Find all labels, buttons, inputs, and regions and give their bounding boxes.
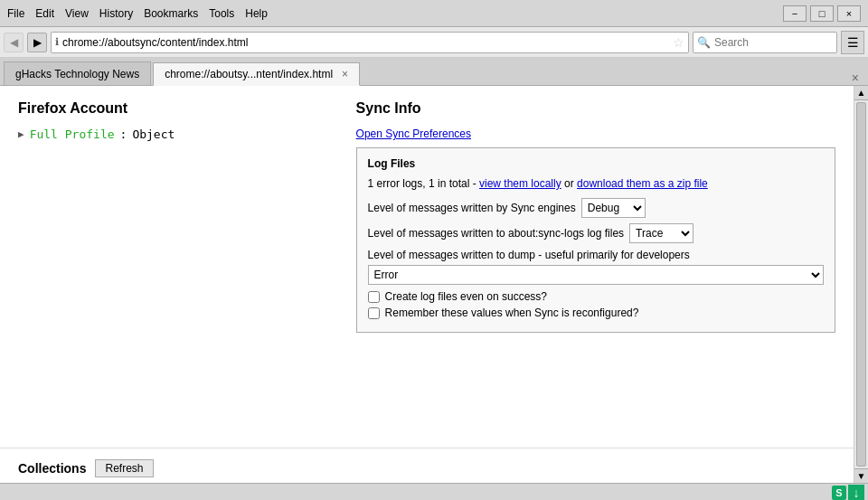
create-log-checkbox[interactable] <box>368 291 380 303</box>
back-button[interactable]: ◀ <box>4 33 24 52</box>
engine-log-select[interactable]: Error Warning Info Debug Trace <box>581 198 646 218</box>
url-secure-icon: ℹ <box>55 36 59 48</box>
url-input[interactable] <box>62 36 669 49</box>
toggle-arrow-icon: ▶ <box>18 128 24 140</box>
main-scroll-area[interactable]: Firefox Account ▶ Full Profile : Object … <box>0 86 854 483</box>
firefox-account-title: Firefox Account <box>18 100 338 117</box>
menu-bookmarks[interactable]: Bookmarks <box>144 7 198 20</box>
hamburger-icon: ☰ <box>847 35 859 50</box>
minimize-button[interactable]: − <box>783 5 807 22</box>
right-column: Sync Info Open Sync Preferences Log File… <box>356 100 835 333</box>
sync-info-title: Sync Info <box>356 100 835 117</box>
menu-view[interactable]: View <box>65 7 89 20</box>
menu-bar[interactable]: File Edit View History Bookmarks Tools H… <box>7 7 268 20</box>
profile-key: Full Profile <box>30 127 115 141</box>
main-content-wrap: Firefox Account ▶ Full Profile : Object … <box>0 86 868 483</box>
profile-value: Object <box>132 127 175 141</box>
tab-close-icon[interactable]: × <box>342 68 348 80</box>
error-log-count: 1 error logs, 1 in total - <box>368 177 479 190</box>
scroll-thumb[interactable] <box>856 102 866 467</box>
or-text: or <box>564 177 577 190</box>
tab-aboutsync[interactable]: chrome://aboutsy...ntent/index.html × <box>153 62 360 86</box>
log-files-title: Log Files <box>368 157 824 170</box>
error-log-line: 1 error logs, 1 in total - view them loc… <box>368 175 824 193</box>
remember-values-row: Remember these values when Sync is recon… <box>368 307 824 319</box>
menu-history[interactable]: History <box>99 7 133 20</box>
download-status-icon: ↓ <box>848 485 864 501</box>
page-content: Firefox Account ▶ Full Profile : Object … <box>0 86 854 448</box>
menu-help[interactable]: Help <box>245 7 268 20</box>
collections-section: Collections Refresh Status: 200 addons S… <box>0 448 854 483</box>
vertical-scrollbar[interactable]: ▲ ▼ <box>854 86 868 483</box>
forward-button[interactable]: ▶ <box>27 33 47 52</box>
view-locally-link[interactable]: view them locally <box>479 177 561 190</box>
close-button[interactable]: × <box>837 5 861 22</box>
collections-title: Collections <box>18 461 86 476</box>
tabbar: gHacks Technology News chrome://aboutsy.… <box>0 58 868 86</box>
statusbar: S ↓ <box>0 483 868 500</box>
scroll-down-button[interactable]: ▼ <box>854 468 868 483</box>
profile-colon: : <box>120 127 127 141</box>
dump-log-select[interactable]: Error Warning Info Debug Trace <box>368 265 824 285</box>
logs-log-row: Level of messages written to about:sync-… <box>368 223 824 243</box>
menu-file[interactable]: File <box>7 7 24 20</box>
maximize-button[interactable]: □ <box>810 5 834 22</box>
menu-edit[interactable]: Edit <box>35 7 54 20</box>
logs-log-label: Level of messages written to about:sync-… <box>368 227 624 240</box>
left-column: Firefox Account ▶ Full Profile : Object <box>18 100 338 333</box>
scroll-up-button[interactable]: ▲ <box>854 86 868 100</box>
bookmark-star-icon[interactable]: ☆ <box>673 35 684 50</box>
url-bar[interactable]: ℹ ☆ <box>51 32 689 53</box>
tab-label: gHacks Technology News <box>15 68 139 80</box>
collections-header: Collections Refresh <box>18 459 835 477</box>
log-files-box: Log Files 1 error logs, 1 in total - vie… <box>356 147 835 333</box>
create-log-row: Create log files even on success? <box>368 290 824 303</box>
profile-toggle[interactable]: ▶ Full Profile : Object <box>18 127 338 141</box>
dump-log-label: Level of messages written to dump - usef… <box>368 249 824 261</box>
dump-log-row: Level of messages written to dump - usef… <box>368 249 824 285</box>
engine-log-label: Level of messages written by Sync engine… <box>368 202 576 214</box>
menu-tools[interactable]: Tools <box>209 7 234 20</box>
open-sync-prefs-link[interactable]: Open Sync Preferences <box>356 127 835 140</box>
tabbar-close-icon[interactable]: × <box>846 71 864 85</box>
two-column-layout: Firefox Account ▶ Full Profile : Object … <box>18 100 835 333</box>
search-bar[interactable]: 🔍 <box>693 32 837 53</box>
navbar: ◀ ▶ ℹ ☆ 🔍 ☰ <box>0 27 868 58</box>
search-input[interactable] <box>714 36 823 49</box>
sync-status-icon: S <box>832 486 846 500</box>
titlebar: File Edit View History Bookmarks Tools H… <box>0 0 868 27</box>
create-log-label: Create log files even on success? <box>385 290 547 303</box>
tab-ghacks[interactable]: gHacks Technology News <box>4 61 151 85</box>
logs-log-select[interactable]: Error Warning Info Debug Trace <box>629 223 693 243</box>
remember-values-checkbox[interactable] <box>368 307 380 319</box>
download-zip-link[interactable]: download them as a zip file <box>577 177 708 190</box>
refresh-button[interactable]: Refresh <box>95 459 153 477</box>
search-icon: 🔍 <box>697 36 711 49</box>
tab-label: chrome://aboutsy...ntent/index.html <box>165 68 333 80</box>
hamburger-menu-button[interactable]: ☰ <box>841 31 864 54</box>
remember-values-label: Remember these values when Sync is recon… <box>385 307 639 319</box>
window-controls[interactable]: − □ × <box>783 5 861 22</box>
engine-log-row: Level of messages written by Sync engine… <box>368 198 824 218</box>
